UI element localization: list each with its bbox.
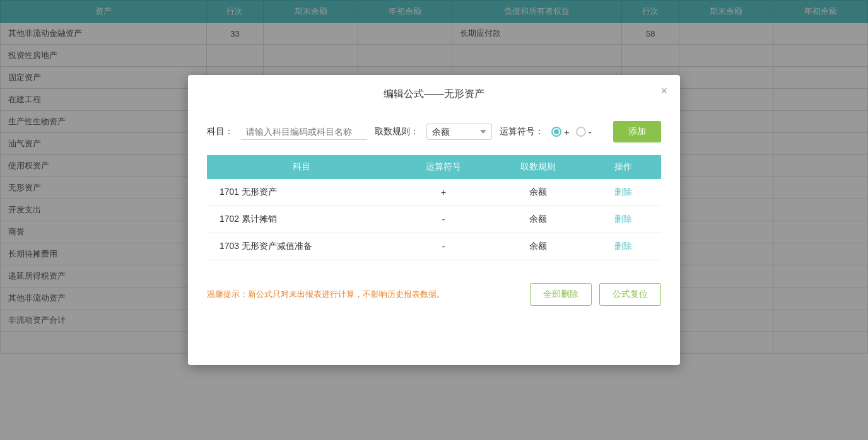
edit-formula-modal: 编辑公式——无形资产 × 科目： 取数规则： 余额 借方 贷方 借方发生额 贷方… bbox=[188, 75, 680, 365]
radio-circle-plus bbox=[551, 127, 561, 137]
action-cell: 删除 bbox=[585, 233, 661, 260]
rule-cell: 余额 bbox=[491, 206, 585, 233]
delete-row-button[interactable]: 删除 bbox=[614, 214, 632, 225]
footer-buttons: 全部删除 公式复位 bbox=[530, 283, 661, 306]
modal-overlay: 编辑公式——无形资产 × 科目： 取数规则： 余额 借方 贷方 借方发生额 贷方… bbox=[0, 0, 868, 440]
modal-close-button[interactable]: × bbox=[660, 85, 667, 96]
table-row: 1701 无形资产+余额删除 bbox=[207, 179, 661, 206]
subject-cell: 1701 无形资产 bbox=[207, 179, 396, 206]
col-operator: 运算符号 bbox=[396, 155, 491, 179]
add-button[interactable]: 添加 bbox=[613, 121, 661, 142]
radio-circle-minus bbox=[576, 127, 586, 137]
operator-cell: - bbox=[396, 233, 491, 260]
delete-all-button[interactable]: 全部删除 bbox=[530, 283, 592, 306]
subject-cell: 1703 无形资产减值准备 bbox=[207, 233, 396, 260]
operator-label: 运算符号： bbox=[500, 126, 544, 137]
operator-cell: + bbox=[396, 179, 491, 206]
reset-button[interactable]: 公式复位 bbox=[599, 283, 661, 306]
operator-minus-label: - bbox=[589, 127, 592, 137]
modal-title: 编辑公式——无形资产 bbox=[384, 88, 484, 99]
subject-label: 科目： bbox=[207, 126, 233, 137]
table-row: 1703 无形资产减值准备-余额删除 bbox=[207, 233, 661, 260]
table-row: 1702 累计摊销-余额删除 bbox=[207, 206, 661, 233]
subject-input[interactable] bbox=[241, 124, 367, 140]
modal-body: 科目： 取数规则： 余额 借方 贷方 借方发生额 贷方发生额 运算符号： bbox=[188, 111, 680, 273]
operator-plus-label: + bbox=[564, 127, 570, 137]
rule-label: 取数规则： bbox=[375, 126, 419, 137]
formula-table: 科目 运算符号 取数规则 操作 1701 无形资产+余额删除1702 累计摊销-… bbox=[207, 155, 661, 260]
rule-select[interactable]: 余额 借方 贷方 借方发生额 贷方发生额 bbox=[426, 124, 492, 140]
action-cell: 删除 bbox=[585, 179, 661, 206]
operator-radio-group: + - bbox=[551, 127, 592, 137]
col-action: 操作 bbox=[585, 155, 661, 179]
form-row: 科目： 取数规则： 余额 借方 贷方 借方发生额 贷方发生额 运算符号： bbox=[207, 121, 661, 142]
modal-header: 编辑公式——无形资产 × bbox=[188, 75, 680, 111]
rule-cell: 余额 bbox=[491, 179, 585, 206]
delete-row-button[interactable]: 删除 bbox=[614, 187, 632, 198]
col-rule: 取数规则 bbox=[491, 155, 585, 179]
rule-cell: 余额 bbox=[491, 233, 585, 260]
modal-footer: 温馨提示：新公式只对未出报表进行计算，不影响历史报表数据。 全部删除 公式复位 bbox=[188, 273, 680, 318]
col-subject: 科目 bbox=[207, 155, 396, 179]
action-cell: 删除 bbox=[585, 206, 661, 233]
subject-cell: 1702 累计摊销 bbox=[207, 206, 396, 233]
table-header-row: 科目 运算符号 取数规则 操作 bbox=[207, 155, 661, 179]
hint-text: 温馨提示：新公式只对未出报表进行计算，不影响历史报表数据。 bbox=[207, 289, 445, 300]
operator-cell: - bbox=[396, 206, 491, 233]
rule-select-wrap: 余额 借方 贷方 借方发生额 贷方发生额 bbox=[426, 124, 492, 140]
operator-minus-radio[interactable]: - bbox=[576, 127, 592, 137]
delete-row-button[interactable]: 删除 bbox=[614, 241, 632, 252]
operator-plus-radio[interactable]: + bbox=[551, 127, 570, 137]
